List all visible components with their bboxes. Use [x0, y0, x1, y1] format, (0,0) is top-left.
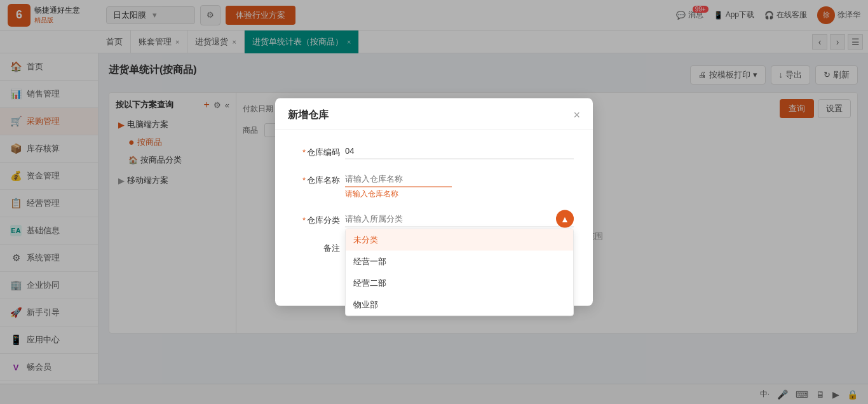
dropdown-option-unclassified[interactable]: 未分类 — [346, 229, 573, 251]
warehouse-code-input[interactable] — [345, 143, 574, 159]
modal-title: 新增仓库 — [288, 109, 329, 122]
category-dropdown-list: 未分类 经营一部 经营二部 物业部 — [345, 229, 574, 316]
new-warehouse-modal: 新增仓库 × *仓库编码 *仓库名称 请输入仓库名称 *仓库 — [275, 98, 593, 306]
warehouse-category-row: *仓库分类 ▲ 未分类 经营一部 经营二部 物业部 — [294, 211, 574, 227]
modal-close-button[interactable]: × — [573, 109, 580, 122]
category-label: *仓库分类 — [294, 211, 345, 226]
modal-body: *仓库编码 *仓库名称 请输入仓库名称 *仓库分类 ▲ — [275, 130, 593, 255]
dropdown-option-dept2[interactable]: 经营二部 — [346, 273, 573, 294]
remark-label: 备注 — [294, 239, 345, 254]
category-dropdown-wrapper: ▲ 未分类 经营一部 经营二部 物业部 — [345, 211, 574, 227]
dropdown-option-dept1[interactable]: 经营一部 — [346, 251, 573, 273]
dropdown-option-dept3[interactable]: 物业部 — [346, 294, 573, 316]
warehouse-name-input[interactable] — [345, 171, 452, 187]
warehouse-code-row: *仓库编码 — [294, 143, 574, 159]
warehouse-name-row: *仓库名称 请输入仓库名称 — [294, 171, 574, 199]
category-dropdown-toggle[interactable]: ▲ — [556, 210, 574, 228]
category-dropdown-input[interactable] — [345, 211, 574, 227]
name-label: *仓库名称 — [294, 171, 345, 186]
name-error-message: 请输入仓库名称 — [345, 189, 398, 199]
modal-header: 新增仓库 × — [275, 98, 593, 130]
code-label: *仓库编码 — [294, 143, 345, 158]
